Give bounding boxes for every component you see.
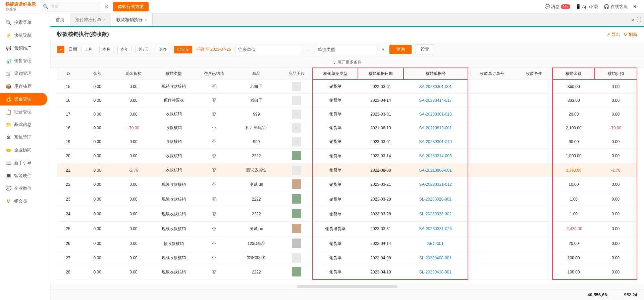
- table-footer: 40,556,66... 952.24: [50, 289, 644, 300]
- table-container[interactable]: ⚙ 余额 现金折扣 核销类型 包含已结清 商品 商品图片 核销单据类型 核销单据…: [50, 68, 644, 284]
- cell-goods: 测试jun: [232, 221, 280, 236]
- cell-no: 22: [57, 177, 79, 192]
- last-month-button[interactable]: 上月: [81, 46, 95, 53]
- cell-balance: 0.00: [79, 93, 115, 107]
- sidebar-item-purchase[interactable]: 🛒 采购管理: [0, 67, 50, 80]
- slip-no-link[interactable]: SA-20210808-001: [419, 168, 451, 173]
- query-button[interactable]: 查询: [389, 45, 412, 54]
- cell-receipt-condition: [516, 93, 552, 107]
- top-bar: 畅捷通谱好生意 标准版 🔍 搜索 ⚙ 体验行业方案 💬 消息99+ 📱 App下…: [0, 0, 644, 13]
- cell-slip-date: 2023-03-28: [358, 192, 403, 207]
- slip-no-link[interactable]: SA-20230321-012: [419, 182, 451, 187]
- order-type-input[interactable]: [315, 45, 377, 54]
- this-month-button[interactable]: 本月: [99, 46, 113, 53]
- sidebar-item-smart-hardware[interactable]: 💻 智能硬件: [0, 169, 50, 182]
- purchase-icon: 🛒: [5, 71, 11, 77]
- cell-slip-date: 2023-03-01: [358, 107, 403, 121]
- refresh-button[interactable]: ↻ 刷新: [624, 32, 637, 38]
- custom-date-button[interactable]: 自定义: [174, 46, 192, 53]
- cell-slip-no: SA-20230301-010: [404, 135, 468, 148]
- cell-goods-img: [280, 236, 313, 251]
- slip-no-link[interactable]: SA-20230414-017: [419, 98, 451, 103]
- tab-writeoff[interactable]: 收款核销执行 ×: [111, 13, 152, 26]
- this-year-button[interactable]: 本年: [117, 46, 131, 53]
- sidebar-item-quicknav[interactable]: ⚡ 快捷导航: [0, 29, 50, 42]
- tab-home[interactable]: 首页: [50, 13, 70, 26]
- cell-cash-discount: 0.00: [115, 135, 152, 148]
- cell-writeoff-discount: 0.00: [595, 148, 637, 163]
- col-header-writeoff-type: 核销类型: [152, 68, 196, 80]
- search-bar[interactable]: 🔍 搜索: [40, 2, 100, 11]
- cell-writeoff-type: 收款核销: [152, 107, 196, 121]
- cell-slip-date: 2023-04-14: [358, 93, 403, 107]
- sidebar-item-basic-info[interactable]: 📁 基础信息: [0, 118, 50, 131]
- cell-writeoff-type: 收款核销: [152, 163, 196, 177]
- scroll-hint[interactable]: [50, 284, 644, 289]
- sidebar-item-operations[interactable]: 📋 经营管理: [0, 105, 50, 118]
- quicknav-icon: ⚡: [5, 32, 11, 38]
- horizontal-scrollbar[interactable]: [297, 285, 397, 288]
- more-date-button[interactable]: 更多: [156, 46, 170, 53]
- filter-bar: » 日期 上月 本月 本年 近7天 更多 自定义 不限 至 2023-07-26…: [50, 41, 644, 58]
- order-type-dropdown-icon[interactable]: ▼: [381, 47, 385, 52]
- cell-goods-img: ▭: [280, 107, 313, 121]
- slip-no-link[interactable]: SA-20230314-008: [419, 154, 451, 158]
- cell-slip-no: SA-20230301-001: [404, 80, 468, 93]
- cell-include-settled: 否: [196, 251, 232, 265]
- cell-balance: 0.00: [79, 107, 115, 121]
- slip-no-link[interactable]: SL-20230418-001: [419, 270, 451, 274]
- gear-icon[interactable]: ⚙: [104, 3, 109, 10]
- sidebar-item-system[interactable]: ⚙ 系统管理: [0, 131, 50, 144]
- cell-include-settled: 否: [196, 121, 232, 135]
- col-header-settings[interactable]: ⚙: [57, 68, 79, 80]
- cell-goods-img: ▭: [280, 80, 313, 93]
- sidebar-item-enterprise-collab[interactable]: 🤝 企业协同: [0, 144, 50, 157]
- slip-no-link[interactable]: SA-20230301-010: [419, 139, 451, 144]
- slip-no-link[interactable]: SL-20230408-001: [419, 256, 451, 260]
- tab-prepay[interactable]: 预付冲应付单 ×: [70, 13, 111, 26]
- sidebar-item-sales[interactable]: 📊 销售管理: [0, 54, 50, 67]
- cell-goods: 2222: [232, 192, 280, 207]
- from-unit-input[interactable]: [235, 45, 302, 54]
- cell-writeoff-type: 现续收款核销: [152, 265, 196, 280]
- messages-link[interactable]: 💬 消息99+: [545, 4, 571, 10]
- filter-expand-icon[interactable]: »: [57, 46, 64, 53]
- sidebar-item-enterprise-wechat[interactable]: 💬 企业微信: [0, 182, 50, 195]
- online-service-link[interactable]: 🎧 在线客服: [604, 4, 628, 10]
- slip-no-link[interactable]: SA-20230331-026: [419, 226, 451, 231]
- messages-badge: 99+: [561, 4, 571, 9]
- sidebar-item-marketing[interactable]: 📢 营销推广: [0, 42, 50, 54]
- cell-receipt-order-no: [468, 121, 516, 135]
- cell-writeoff-amount: 100.00: [552, 251, 595, 265]
- cell-writeoff-discount: 0.00: [595, 135, 637, 148]
- expand-more-button[interactable]: ∨ 展开更多条件: [326, 59, 368, 65]
- slip-no-link[interactable]: SL-20230328-001: [419, 197, 451, 202]
- system-icon: ⚙: [5, 134, 11, 140]
- sidebar-item-search[interactable]: 🔍 搜索菜单: [0, 16, 50, 29]
- slip-no-link[interactable]: SL-20230328-002: [419, 212, 451, 216]
- tab-expand-icon[interactable]: ⛶: [637, 17, 641, 23]
- slip-no-link[interactable]: ABC-001: [427, 241, 444, 246]
- slip-no-link[interactable]: SA-20230301-001: [419, 84, 451, 89]
- slip-no-link[interactable]: SA-20210813-001: [419, 126, 451, 130]
- last7-button[interactable]: 近7天: [136, 46, 152, 53]
- export-button[interactable]: ↗ 导出: [606, 32, 620, 38]
- sidebar-item-inventory[interactable]: 📦 库存核算: [0, 80, 50, 93]
- cell-no: 25: [57, 221, 79, 236]
- setting-button[interactable]: 设置: [416, 44, 434, 54]
- sidebar-item-vip[interactable]: V 畅会员: [0, 195, 50, 208]
- app-download-link[interactable]: 📱 App下载: [576, 4, 598, 10]
- cell-slip-no: SL-20230328-001: [404, 192, 468, 207]
- newbie-guide-icon: 📖: [5, 160, 11, 166]
- cell-no: 17: [57, 107, 79, 121]
- cell-goods: 123D商品: [232, 236, 280, 251]
- sidebar-item-newbie-guide[interactable]: 📖 新手引导: [0, 157, 50, 169]
- tab-close-all-icon[interactable]: ×: [632, 17, 635, 23]
- cell-slip-no: SA-20210808-001: [404, 163, 468, 177]
- industry-solution-button[interactable]: 体验行业方案: [113, 2, 149, 11]
- top-bar-right: 💬 消息99+ 📱 App下载 🎧 在线客服 Rit: [545, 4, 639, 10]
- sidebar-item-finance[interactable]: 💰 资金管理: [0, 93, 47, 105]
- tab-prepay-close-icon[interactable]: ×: [103, 18, 105, 22]
- slip-no-link[interactable]: SA-20230301-010: [419, 112, 451, 117]
- tab-writeoff-close-icon[interactable]: ×: [145, 18, 147, 22]
